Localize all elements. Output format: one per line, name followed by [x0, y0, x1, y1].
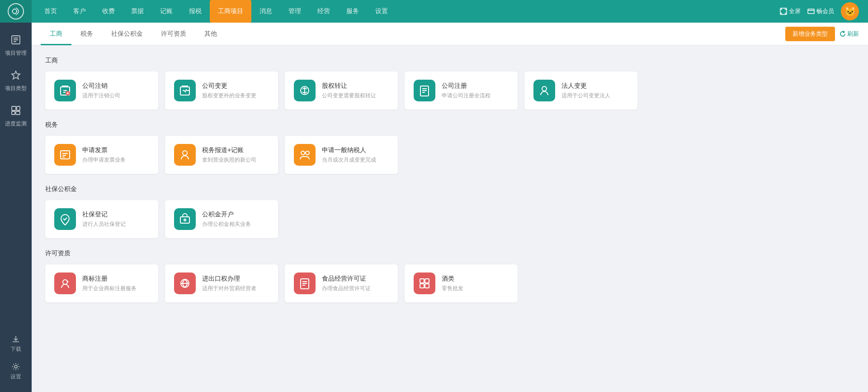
- card-text-tax-report: 税务报道+记账 拿到营业执照的新公司: [202, 146, 256, 164]
- svg-rect-6: [12, 111, 15, 115]
- section-xuke: 许可资质 商标注册 用于企业商标注册服务: [45, 249, 854, 302]
- svg-rect-1: [808, 9, 814, 14]
- nav-customer[interactable]: 客户: [65, 0, 94, 23]
- card-text-provident-fund: 公积金开户 办理公积金相关业务: [202, 210, 251, 228]
- card-desc-tax-report: 拿到营业执照的新公司: [202, 156, 256, 164]
- fullscreen-button[interactable]: 全屏: [780, 7, 801, 15]
- card-desc-food-license: 办理食品经营许可证: [322, 285, 371, 292]
- list-icon: [9, 33, 23, 47]
- svg-rect-4: [12, 106, 16, 110]
- tab-gongshang[interactable]: 工商: [41, 23, 71, 45]
- sidebar-item-project-management[interactable]: 项目管理: [0, 27, 32, 62]
- card-text-apply-invoice: 申请发票 办理申请发票业务: [82, 146, 126, 164]
- sidebar-item-project-type[interactable]: 项目类型: [0, 62, 32, 98]
- tab-other[interactable]: 其他: [195, 23, 226, 45]
- card-text-trademark: 商标注册 用于企业商标注册服务: [82, 275, 137, 292]
- sidebar-settings-label: 设置: [10, 373, 21, 381]
- vip-button[interactable]: 畅会员: [807, 7, 834, 15]
- svg-point-18: [306, 151, 309, 155]
- sidebar-download[interactable]: 下载: [0, 330, 32, 358]
- tab-bar-right: 新增业务类型 刷新: [785, 27, 859, 41]
- card-title-import-export: 进出口权办理: [202, 275, 256, 283]
- card-tax-report[interactable]: 税务报道+记账 拿到营业执照的新公司: [165, 136, 278, 174]
- card-trademark[interactable]: 商标注册 用于企业商标注册服务: [45, 264, 158, 302]
- import-export-icon: [174, 272, 196, 294]
- scroll-content[interactable]: 工商 公司注销: [32, 45, 868, 392]
- card-title-legal-change: 法人变更: [561, 82, 610, 90]
- card-title-general-taxpayer: 申请一般纳税人: [322, 146, 376, 154]
- card-company-cancel[interactable]: 公司注销 适用于注销公司: [45, 72, 158, 110]
- nav-messages[interactable]: 消息: [251, 0, 280, 23]
- card-text-general-taxpayer: 申请一般纳税人 当月或次月成变更完成: [322, 146, 376, 164]
- nav-settings[interactable]: 设置: [367, 0, 396, 23]
- svg-point-14: [542, 86, 547, 91]
- left-sidebar: 项目管理 项目类型 进度监测: [0, 23, 32, 392]
- top-navigation: 首页 客户 收费 票据 记账 报税 工商项目 消息 管理 经营 服务 设置 全屏…: [0, 0, 868, 23]
- alcohol-icon: [414, 272, 435, 294]
- sidebar-item-progress[interactable]: 进度监测: [0, 98, 32, 133]
- card-provident-fund[interactable]: 公积金开户 办理公积金相关业务: [165, 200, 278, 238]
- card-title-company-change: 公司变更: [202, 82, 256, 90]
- company-change-icon: [174, 80, 196, 101]
- card-general-taxpayer[interactable]: 申请一般纳税人 当月或次月成变更完成: [285, 136, 398, 174]
- card-alcohol[interactable]: 酒类 零售批发: [405, 264, 518, 302]
- tab-xuke[interactable]: 许可资质: [152, 23, 195, 45]
- card-desc-trademark: 用于企业商标注册服务: [82, 285, 137, 292]
- svg-marker-3: [12, 71, 20, 79]
- food-license-icon: [294, 272, 316, 294]
- card-text-legal-change: 法人变更 适用于公司变更法人: [561, 82, 610, 100]
- nav-home[interactable]: 首页: [36, 0, 65, 23]
- section-title-gongshang: 工商: [45, 57, 854, 65]
- nav-items: 首页 客户 收费 票据 记账 报税 工商项目 消息 管理 经营 服务 设置: [32, 0, 780, 23]
- provident-fund-icon: [174, 208, 196, 230]
- sidebar-label-progress: 进度监测: [5, 120, 27, 128]
- section-title-shebao: 社保公积金: [45, 185, 854, 193]
- logo-icon: [8, 3, 24, 19]
- refresh-button[interactable]: 刷新: [840, 30, 859, 38]
- svg-rect-5: [17, 106, 20, 110]
- main-layout: 项目管理 项目类型 进度监测: [0, 23, 868, 392]
- sidebar-download-label: 下载: [10, 345, 21, 353]
- cards-grid-xuke: 商标注册 用于企业商标注册服务 进出口权办理: [45, 264, 854, 302]
- section-shuiwu: 税务 申请发票 办理申请发票业务: [45, 121, 854, 174]
- card-desc-company-cancel: 适用于注销公司: [82, 92, 120, 100]
- svg-rect-0: [780, 8, 787, 14]
- nav-management[interactable]: 管理: [280, 0, 309, 23]
- nav-operations[interactable]: 经营: [309, 0, 338, 23]
- new-type-button[interactable]: 新增业务类型: [785, 27, 835, 41]
- tab-shuiwu[interactable]: 税务: [71, 23, 102, 45]
- section-title-xuke: 许可资质: [45, 249, 854, 258]
- card-import-export[interactable]: 进出口权办理 适用于对外贸易经营者: [165, 264, 278, 302]
- card-desc-apply-invoice: 办理申请发票业务: [82, 156, 126, 164]
- tab-shebao[interactable]: 社保公积金: [102, 23, 152, 45]
- sidebar-label-project-type: 项目类型: [5, 85, 27, 92]
- nav-fees[interactable]: 收费: [94, 0, 123, 23]
- svg-point-16: [183, 151, 187, 155]
- card-company-change[interactable]: 公司变更 股权变更外的业务变更: [165, 72, 278, 110]
- card-desc-company-register: 申请公司注册全流程: [442, 92, 491, 100]
- nav-services[interactable]: 服务: [338, 0, 367, 23]
- card-apply-invoice[interactable]: 申请发票 办理申请发票业务: [45, 136, 158, 174]
- card-title-trademark: 商标注册: [82, 275, 137, 283]
- card-company-register[interactable]: 公司注册 申请公司注册全流程: [405, 72, 518, 110]
- sidebar-label-project-management: 项目管理: [5, 49, 27, 57]
- nav-business[interactable]: 工商项目: [210, 0, 251, 23]
- section-gongshang: 工商 公司注销: [45, 57, 854, 110]
- nav-accounting[interactable]: 记账: [152, 0, 181, 23]
- star-icon: [9, 68, 23, 82]
- nav-tax[interactable]: 报税: [181, 0, 210, 23]
- sidebar-bottom: 下载 设置: [0, 330, 32, 392]
- card-social-insurance[interactable]: 社保登记 进行人员社保登记: [45, 200, 158, 238]
- svg-rect-7: [16, 111, 20, 115]
- card-legal-change[interactable]: 法人变更 适用于公司变更法人: [524, 72, 637, 110]
- card-desc-general-taxpayer: 当月或次月成变更完成: [322, 156, 376, 164]
- equity-transfer-icon: [294, 80, 316, 101]
- svg-rect-25: [425, 279, 429, 283]
- card-desc-equity-transfer: 公司变更需要股权转让: [322, 92, 376, 100]
- card-text-alcohol: 酒类 零售批发: [442, 275, 463, 292]
- card-title-tax-report: 税务报道+记账: [202, 146, 256, 154]
- nav-bills[interactable]: 票据: [123, 0, 152, 23]
- card-food-license[interactable]: 食品经营许可证 办理食品经营许可证: [285, 264, 398, 302]
- card-equity-transfer[interactable]: 股权转让 公司变更需要股权转让: [285, 72, 398, 110]
- sidebar-settings[interactable]: 设置: [0, 358, 32, 385]
